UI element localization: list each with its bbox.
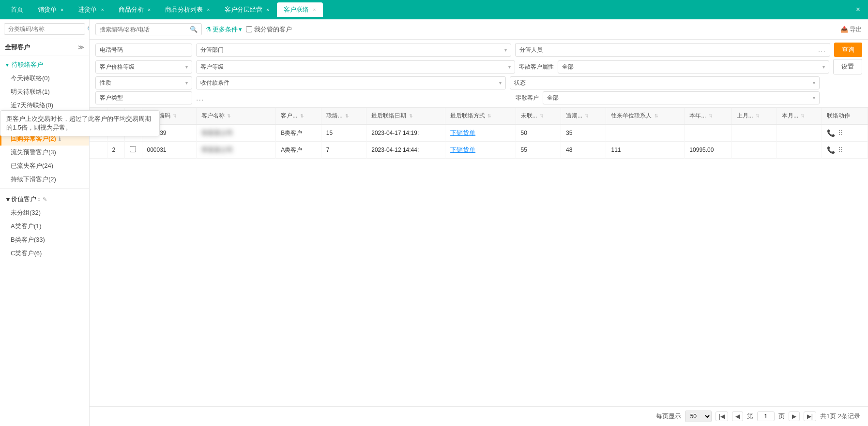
- sidebar-item-unclassified[interactable]: 未分组(32): [0, 206, 89, 220]
- unit-contact-sort-icon: ⇅: [655, 114, 658, 118]
- row2-no-contact: 55: [516, 142, 561, 159]
- col-last-type[interactable]: 最后联络方式 ⇅: [445, 108, 516, 124]
- status-chevron-icon: ▾: [813, 80, 815, 86]
- filter-more-conditions[interactable]: ⚗ 更多条件 ▾: [206, 25, 242, 34]
- sidebar-value-title[interactable]: ▼ 价值客户 ○ ✎: [0, 192, 89, 206]
- col-no-contact[interactable]: 未联... ⇅: [516, 108, 561, 124]
- value-edit-icon[interactable]: ✎: [43, 196, 47, 203]
- col-name[interactable]: 客户名称 ⇅: [197, 108, 276, 124]
- filter-gender[interactable]: 性质 ▾: [95, 76, 192, 89]
- row1-name: 张某某公司: [197, 124, 276, 142]
- page-input[interactable]: [757, 411, 775, 421]
- manager-dots-icon[interactable]: ...: [818, 45, 826, 54]
- close-customer-tier-icon[interactable]: ×: [266, 7, 269, 13]
- filter-search-icon[interactable]: 🔍: [190, 26, 198, 33]
- filter-retail-attr[interactable]: 全部 ▾: [558, 60, 829, 73]
- retail-attr-chevron-icon: ▾: [822, 64, 825, 70]
- sidebar-pending-title[interactable]: ▼ 待联络客户: [0, 58, 89, 72]
- last-date-sort-icon: ⇅: [409, 114, 413, 118]
- row1-this-year: [685, 124, 731, 142]
- filter-phone[interactable]: 电话号码: [95, 44, 192, 57]
- row1-action: 📞 ⠿: [822, 124, 868, 142]
- row1-contact: 15: [321, 124, 366, 142]
- nav-tab-analysis[interactable]: 商品分析 ×: [112, 2, 157, 17]
- close-all-button[interactable]: ×: [852, 3, 864, 16]
- nav-tab-customer-contact[interactable]: 客户联络 ×: [277, 2, 322, 17]
- sidebar-item-churned[interactable]: 已流失客户(24): [0, 159, 89, 173]
- query-button[interactable]: 查询: [834, 43, 862, 57]
- row2-checkbox[interactable]: [130, 146, 136, 152]
- sidebar-all-customers[interactable]: 全部客户 ≫: [0, 39, 89, 56]
- filter-customer-type[interactable]: 客户类型: [95, 91, 192, 104]
- filter-manager[interactable]: 分管人员 ...: [515, 43, 830, 57]
- filter-price-level[interactable]: 客户价格等级 ▾: [95, 60, 192, 73]
- value-circle-icon[interactable]: ○: [37, 196, 41, 202]
- row1-unit-contact: [606, 124, 685, 142]
- filter-bar: 🔍 ⚗ 更多条件 ▾ 我分管的客户 📤 导出: [90, 19, 868, 40]
- sidebar-item-b-class[interactable]: B类客户(33): [0, 233, 89, 247]
- col-overdue[interactable]: 逾期... ⇅: [561, 108, 606, 124]
- export-icon: 📤: [840, 26, 848, 33]
- row2-phone-icon[interactable]: 📞: [827, 146, 835, 154]
- filter-retail-customer[interactable]: 全部 ▾: [543, 91, 820, 104]
- col-last-date[interactable]: 最后联络日期 ⇅: [366, 108, 445, 124]
- row4-dots-icon[interactable]: ...: [196, 94, 204, 103]
- nav-tab-analysis-list[interactable]: 商品分析列表 ×: [158, 2, 216, 17]
- row2-this-month: [777, 142, 822, 159]
- sidebar-item-tomorrow[interactable]: 明天待联络(1): [0, 85, 89, 99]
- col-last-month[interactable]: 上月... ⇅: [731, 108, 777, 124]
- sidebar-search-input[interactable]: [4, 23, 85, 35]
- row2-last-date: 2023-04-12 14:44:: [366, 142, 445, 159]
- sidebar-item-a-class[interactable]: A类客户(1): [0, 220, 89, 233]
- nav-tab-customer-tier[interactable]: 客户分层经营 ×: [218, 2, 276, 17]
- filter-manager-group: 分管人员 ...: [515, 43, 830, 57]
- close-analysis-icon[interactable]: ×: [148, 7, 151, 13]
- per-page-select[interactable]: 50 100 200: [685, 411, 712, 422]
- close-sales-icon[interactable]: ×: [61, 7, 63, 13]
- sidebar-item-c-class[interactable]: C类客户(6): [0, 247, 89, 260]
- close-analysis-list-icon[interactable]: ×: [207, 7, 210, 13]
- prev-page-btn[interactable]: ◀: [732, 411, 743, 421]
- filter-customer-level[interactable]: 客户等级 ▾: [196, 60, 515, 73]
- row1-category: B类客户: [276, 124, 321, 142]
- filter-status[interactable]: 状态 ▾: [510, 76, 820, 89]
- sidebar-item-declining[interactable]: 持续下滑客户(2): [0, 173, 89, 186]
- col-unit-contact[interactable]: 往来单位联系人 ⇅: [606, 108, 685, 124]
- filter-row-4: 客户类型 ... 零散客户 全部 ▾: [95, 91, 862, 104]
- row1-last-type[interactable]: 下销货单: [445, 124, 516, 142]
- filter-payment[interactable]: 收付款条件 ▾: [196, 76, 506, 89]
- first-page-btn[interactable]: |◀: [716, 411, 728, 421]
- col-category[interactable]: 客户... ⇅: [276, 108, 321, 124]
- nav-tab-home[interactable]: 首页: [4, 2, 30, 17]
- row2-last-type[interactable]: 下销货单: [445, 142, 516, 159]
- filter-dept-group: 分管部门 ▾: [196, 44, 511, 57]
- gender-chevron-icon: ▾: [185, 80, 188, 86]
- total-records: 共1页 2条记录: [820, 412, 860, 421]
- close-purchase-icon[interactable]: ×: [101, 7, 104, 13]
- last-page-btn[interactable]: ▶|: [804, 411, 816, 421]
- row2-check[interactable]: [124, 142, 142, 159]
- my-customers-checkbox[interactable]: [246, 26, 252, 32]
- nav-tab-sales[interactable]: 销货单 ×: [31, 2, 70, 17]
- sidebar-collapse-icon[interactable]: ≫: [78, 44, 84, 51]
- filter-dept[interactable]: 分管部门 ▾: [196, 44, 511, 57]
- row1-more-icon[interactable]: ⠿: [838, 129, 843, 137]
- filter-retail-customer-group: 零散客户 全部 ▾: [516, 91, 820, 104]
- sidebar-item-churn-warning[interactable]: 流失预警客户(3): [0, 146, 89, 159]
- col-contact[interactable]: 联络... ⇅: [321, 108, 366, 124]
- nav-tab-purchase[interactable]: 进货单 ×: [71, 2, 110, 17]
- sidebar-item-today[interactable]: 今天待联络(0): [0, 72, 89, 85]
- row2-more-icon[interactable]: ⠿: [838, 146, 843, 154]
- export-button[interactable]: 📤 导出: [840, 25, 862, 34]
- row1-phone-icon[interactable]: 📞: [827, 129, 835, 137]
- last-month-sort-icon: ⇅: [756, 114, 760, 118]
- row2-num: 2: [107, 142, 124, 159]
- row2-overdue: 48: [561, 142, 606, 159]
- col-this-month[interactable]: 本月... ⇅: [777, 108, 822, 124]
- next-page-btn[interactable]: ▶: [789, 411, 800, 421]
- settings-button[interactable]: 设置: [833, 59, 862, 74]
- col-this-year[interactable]: 本年... ⇅: [685, 108, 731, 124]
- filter-search-input[interactable]: [100, 26, 190, 33]
- my-customers-checkbox-label[interactable]: 我分管的客户: [246, 25, 292, 34]
- close-customer-contact-icon[interactable]: ×: [313, 7, 316, 13]
